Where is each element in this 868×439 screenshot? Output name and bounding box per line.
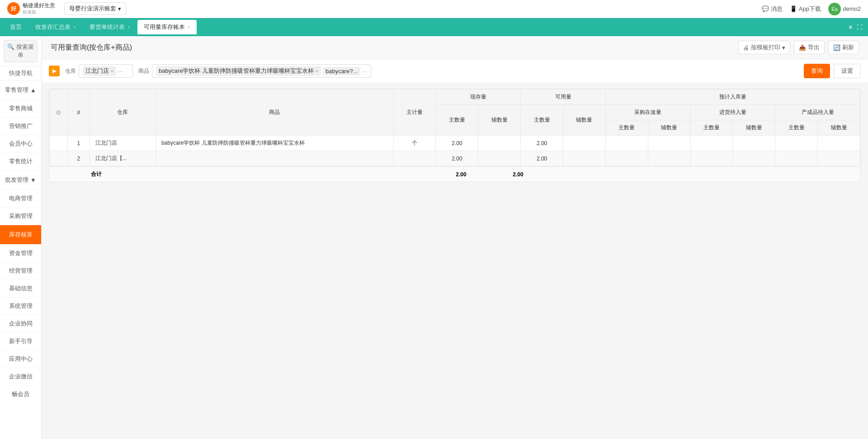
- chevron-icon-2: ▼: [30, 177, 36, 184]
- content-area: 可用量查询(按仓库+商品) 🖨 按模板打印 📤 导出 🔄 刷新 ▶: [42, 36, 868, 439]
- th-av-main: 主数量: [521, 105, 563, 136]
- app-download-button[interactable]: 📱 App下载: [790, 5, 821, 13]
- search-menu-button[interactable]: 🔍 搜索菜单: [4, 40, 38, 62]
- tab-home[interactable]: 首页: [4, 20, 28, 34]
- tab-receive-summary-close[interactable]: [73, 25, 76, 30]
- logo-text: 畅捷通好生意: [23, 2, 55, 9]
- sidebar-item-inventory-check[interactable]: 库存核算: [0, 225, 41, 245]
- row2-av-main: 2.00: [521, 151, 563, 166]
- tab-available-ledger[interactable]: 可用量库存账本: [137, 20, 197, 34]
- row2-product: [156, 151, 393, 166]
- quick-nav-button[interactable]: 快捷导航: [0, 66, 41, 80]
- table-row: 1 江北门店 babycare学饮杯 儿童防摔防撞吸管杯重力球吸嘴杯宝宝水杯 个…: [50, 136, 860, 151]
- purchase-mgmt-label: 采购管理: [9, 212, 33, 220]
- th-it-sub: 辅数量: [733, 120, 775, 136]
- row2-cs-sub: [478, 151, 521, 166]
- row2-it-main: [690, 151, 733, 166]
- sidebar-item-new-guide[interactable]: 新手引导: [0, 333, 41, 350]
- row2-pow-sub: [648, 151, 690, 166]
- product-tag-1-remove[interactable]: [316, 69, 318, 74]
- sidebar-item-wholesale-mgmt[interactable]: 批发管理 ▼: [0, 170, 41, 190]
- search-button[interactable]: 查询: [804, 64, 830, 78]
- row1-unit: 个: [393, 136, 436, 151]
- warehouse-more-icon[interactable]: ···: [118, 68, 123, 75]
- marketing-label: 营销推广: [9, 122, 33, 130]
- filter-actions: 查询 设置: [804, 64, 861, 78]
- sidebar-search-area: 🔍 搜索菜单: [0, 36, 41, 66]
- inventory-check-label: 库存核算: [9, 231, 33, 239]
- sidebar-item-marketing[interactable]: 营销推广: [0, 118, 41, 135]
- row2-pow-main: [605, 151, 648, 166]
- search-label: 搜索菜单: [16, 43, 34, 58]
- th-current-stock: 现存量: [436, 90, 521, 105]
- user-menu[interactable]: Ea demo2: [828, 3, 861, 15]
- sidebar-item-retail-mall[interactable]: 零售商城: [0, 100, 41, 118]
- close-tab-icon[interactable]: ✕: [848, 24, 853, 31]
- sidebar-item-basic-info[interactable]: 基础信息: [0, 280, 41, 297]
- message-button[interactable]: 💬 消息: [762, 5, 783, 13]
- product-tag-1-text: babycare学饮杯 儿童防摔防撞吸管杯重力球吸嘴杯宝宝水杯: [159, 67, 314, 75]
- wholesale-mgmt-label: 批发管理: [5, 176, 28, 184]
- tab-order-stats[interactable]: 要货单统计表: [83, 20, 137, 34]
- template-print-label: 按模板打印: [751, 43, 780, 52]
- tab-available-ledger-close[interactable]: [188, 25, 190, 30]
- sidebar-item-ecommerce-mgmt[interactable]: 电商管理: [0, 190, 41, 208]
- th-index: #: [68, 90, 90, 136]
- logo-icon: 好: [7, 2, 20, 15]
- tab-home-label: 首页: [10, 23, 22, 31]
- warehouse-tag-remove[interactable]: [111, 69, 113, 74]
- th-product: 商品: [156, 90, 393, 136]
- sidebar-item-retail-stats[interactable]: 零售统计: [0, 153, 41, 170]
- export-button[interactable]: 📤 导出: [794, 41, 825, 54]
- product-input[interactable]: babycare学饮杯 儿童防摔防撞吸管杯重力球吸嘴杯宝宝水杯 babycare…: [152, 64, 371, 78]
- sidebar-item-finance-mgmt[interactable]: 资金管理: [0, 245, 41, 262]
- new-guide-label: 新手引导: [9, 337, 33, 345]
- sidebar-item-member-center[interactable]: 会员中心: [0, 135, 41, 153]
- th-pow-main: 主数量: [605, 120, 648, 136]
- app-label: App下载: [799, 5, 821, 13]
- fullscreen-icon[interactable]: ⛶: [857, 24, 863, 31]
- sidebar-item-ops-mgmt[interactable]: 经营管理: [0, 262, 41, 280]
- sidebar-item-system-mgmt[interactable]: 系统管理: [0, 297, 41, 315]
- table-footer: 合计 2.00 2.00: [49, 167, 861, 182]
- row1-av-sub: [563, 136, 606, 151]
- settings-button[interactable]: 设置: [834, 64, 861, 78]
- sidebar-item-member[interactable]: 畅会员: [0, 386, 41, 403]
- footer-av-main: 2.00: [505, 171, 532, 178]
- sidebar-item-purchase-mgmt[interactable]: 采购管理: [0, 208, 41, 225]
- logo-sub: 标准版: [23, 9, 55, 15]
- row2-warehouse: 江北门店【...: [90, 151, 156, 166]
- th-pow-sub: 辅数量: [648, 120, 690, 136]
- refresh-label: 刷新: [842, 43, 854, 52]
- sidebar-item-enterprise-wechat[interactable]: 企业微信: [0, 368, 41, 386]
- retail-mall-label: 零售商城: [9, 104, 33, 113]
- org-selector[interactable]: 母婴行业演示账套: [64, 2, 126, 15]
- sidebar-item-enterprise-collab[interactable]: 企业协同: [0, 315, 41, 333]
- product-tag-2: babycare?...: [323, 67, 361, 76]
- product-tag-1: babycare学饮杯 儿童防摔防撞吸管杯重力球吸嘴杯宝宝水杯: [156, 66, 321, 76]
- th-purchase-onway: 采购在途量: [605, 105, 690, 120]
- retail-mgmt-label: 零售管理: [5, 86, 28, 94]
- tab-order-stats-close[interactable]: [127, 25, 130, 30]
- footer-cs-main: 2.00: [450, 171, 477, 178]
- th-settings[interactable]: ⚙: [50, 90, 68, 136]
- product-more-icon[interactable]: ···: [362, 68, 367, 75]
- product-tag-2-text: babycare?...: [326, 68, 358, 75]
- filter-toggle-button[interactable]: ▶: [49, 66, 60, 76]
- tab-receive-summary[interactable]: 收发存汇总表: [29, 20, 82, 34]
- member-center-label: 会员中心: [9, 140, 33, 148]
- sidebar-item-retail-mgmt[interactable]: 零售管理 ▲: [0, 80, 41, 100]
- export-label: 导出: [808, 43, 820, 52]
- sidebar-item-app-center[interactable]: 应用中心: [0, 350, 41, 368]
- logo-area: 好 畅捷通好生意 标准版: [7, 2, 55, 15]
- template-print-button[interactable]: 🖨 按模板打印: [738, 41, 790, 54]
- row1-warehouse: 江北门店: [90, 136, 156, 151]
- filter-bar: ▶ 仓库 江北门店 ··· 商品 babycare学饮杯 儿童防摔防撞吸管杯重力…: [42, 59, 868, 83]
- th-main-unit: 主计量: [393, 90, 436, 136]
- th-forecast-in: 预计入库量: [605, 90, 860, 105]
- warehouse-input[interactable]: 江北门店 ···: [79, 64, 133, 78]
- refresh-button[interactable]: 🔄 刷新: [828, 41, 859, 54]
- row1-pow-sub: [648, 136, 690, 151]
- tab-receive-summary-label: 收发存汇总表: [35, 23, 71, 31]
- print-icon: 🖨: [743, 44, 749, 51]
